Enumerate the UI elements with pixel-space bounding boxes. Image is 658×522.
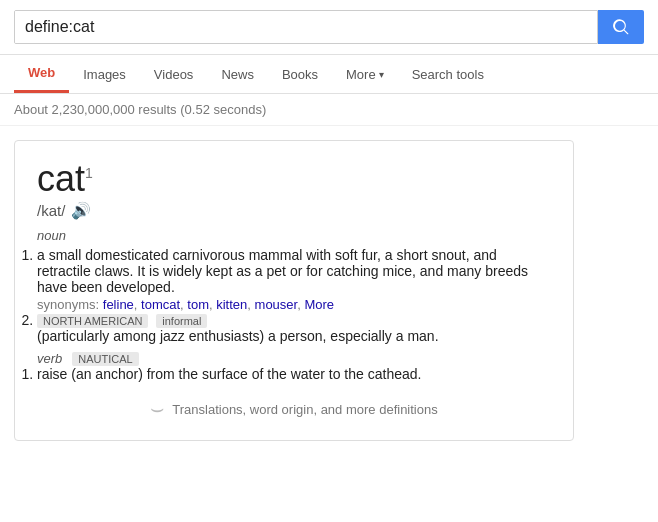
speaker-icon[interactable]: 🔊: [71, 201, 91, 220]
nav-tabs: Web Images Videos News Books More ▾ Sear…: [0, 55, 658, 94]
tab-images[interactable]: Images: [69, 57, 140, 92]
tag-informal: informal: [156, 314, 207, 328]
chevron-down-icon: ⌣: [150, 396, 164, 422]
dict-word: cat1: [37, 159, 551, 199]
tab-videos[interactable]: Videos: [140, 57, 208, 92]
dict-def-verb-1: raise (an anchor) from the surface of th…: [37, 366, 551, 382]
main-content: cat1 /kat/ 🔊 noun a small domesticated c…: [0, 126, 658, 455]
chevron-down-icon: ▾: [379, 69, 384, 80]
search-input[interactable]: [15, 11, 597, 43]
tag-nautical: NAUTICAL: [72, 352, 138, 366]
search-input-wrap: [14, 10, 598, 44]
results-count: About 2,230,000,000 results (0.52 second…: [0, 94, 658, 126]
dict-def-noun-2: NORTH AMERICAN informal (particularly am…: [37, 312, 551, 344]
synonym-more[interactable]: More: [304, 297, 334, 312]
search-header: [0, 0, 658, 55]
synonym-mouser[interactable]: mouser: [255, 297, 298, 312]
synonym-tomcat[interactable]: tomcat: [141, 297, 180, 312]
tab-search-tools[interactable]: Search tools: [398, 57, 498, 92]
search-icon: [612, 18, 630, 36]
more-definitions[interactable]: ⌣ Translations, word origin, and more de…: [37, 382, 551, 426]
tab-books[interactable]: Books: [268, 57, 332, 92]
search-button[interactable]: [598, 10, 644, 44]
dict-pos-noun: noun: [37, 228, 551, 243]
dict-pos-verb: verb: [37, 351, 62, 366]
tab-web[interactable]: Web: [14, 55, 69, 93]
synonym-tom[interactable]: tom: [187, 297, 209, 312]
dict-verb-definitions: raise (an anchor) from the surface of th…: [37, 366, 551, 382]
tab-news[interactable]: News: [207, 57, 268, 92]
dict-def-noun-1: a small domesticated carnivorous mammal …: [37, 247, 551, 312]
tab-more[interactable]: More ▾: [332, 57, 398, 92]
synonym-kitten[interactable]: kitten: [216, 297, 247, 312]
synonym-feline[interactable]: feline: [103, 297, 134, 312]
dict-noun-definitions: a small domesticated carnivorous mammal …: [37, 247, 551, 344]
tag-north-american: NORTH AMERICAN: [37, 314, 148, 328]
dict-synonyms: synonyms: feline, tomcat, tom, kitten, m…: [37, 297, 551, 312]
dict-pronunciation: /kat/ 🔊: [37, 201, 551, 220]
dict-verb-section: verb NAUTICAL raise (an anchor) from the…: [37, 350, 551, 382]
dictionary-card: cat1 /kat/ 🔊 noun a small domesticated c…: [14, 140, 574, 441]
